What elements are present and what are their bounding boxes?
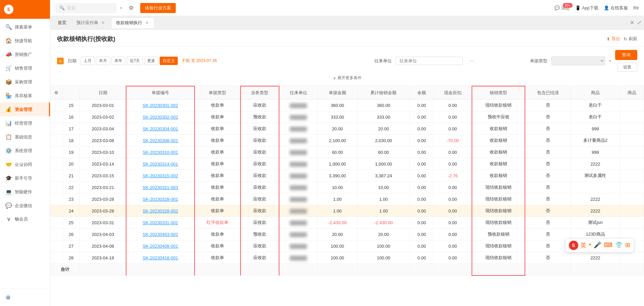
cell-doc-type: 收款单 (195, 240, 240, 252)
cell-doc-no[interactable]: SK-20230314-001 (126, 158, 195, 170)
footer-doc-type (195, 264, 240, 276)
tab-precheck-close[interactable]: ✕ (100, 20, 106, 25)
cell-product: 老白干 (571, 111, 620, 123)
sidebar-settings[interactable]: ⚙️ (0, 292, 50, 303)
sidebar-item-marketing[interactable]: 📣 营销推广 (0, 48, 50, 61)
cell-balance: 0.00 (410, 170, 434, 182)
sidebar-item-basic[interactable]: 📋 基础信息 (0, 130, 50, 144)
cell-date: 2023-03-28 (80, 205, 126, 217)
date-btn-7days[interactable]: 近7天 (127, 57, 143, 65)
date-btn-this-year[interactable]: 本年 (111, 57, 125, 65)
sidebar-item-system[interactable]: ⚙️ 系统管理 (0, 144, 50, 158)
cell-doc-no[interactable]: SK-20230328-002 (126, 205, 195, 217)
cell-doc-no[interactable]: SK-20230302-002 (126, 111, 195, 123)
cell-doc-no[interactable]: SK-20230308-001 (126, 135, 195, 146)
export-button[interactable]: ⬆ 导出 (606, 36, 620, 42)
cell-doc-no[interactable]: SK-20230301-002 (126, 100, 195, 111)
cell-doc-amount: 1.00 (318, 205, 358, 217)
inventory-icon: 🏪 (5, 93, 12, 99)
online-service-button[interactable]: 👤 在线客服 (604, 5, 628, 11)
th-cash-discount: 现金折扣 (434, 86, 472, 100)
cell-checkbox (50, 205, 62, 217)
cell-doc-no[interactable]: SK-20230418-001 (126, 252, 195, 264)
data-table: ⚙ 日期 单据编号 单据类型 业务类型 往来单位 单据金额 累计核销金额 余额 … (50, 86, 644, 276)
footer-label: 合计 (50, 264, 80, 276)
sidebar-item-operation[interactable]: 📊 经营管理 (0, 116, 50, 130)
expand-label: 展开更多条件 (337, 75, 362, 81)
cell-doc-type: 收款单 (195, 205, 240, 217)
cell-doc-no[interactable]: SK-20230315-002 (126, 170, 195, 182)
sidebar-item-guide[interactable]: 🎓 新手引导 (0, 171, 50, 185)
sidebar-item-finance[interactable]: 💰 资金管理 (0, 103, 50, 116)
doc-type-select[interactable] (551, 56, 605, 65)
query-button[interactable]: 查询 (615, 50, 637, 60)
user-profile[interactable]: Rit (633, 5, 639, 10)
cell-cash-discount: 0.00 (434, 100, 472, 111)
sidebar-item-vip[interactable]: V 畅会员 (0, 212, 50, 226)
sidebar-item-sales[interactable]: 🛒 销售管理 (0, 61, 50, 75)
watermark-icon-shirt[interactable]: 👕 (615, 241, 623, 249)
app-download-button[interactable]: 📱 App下载 (575, 5, 598, 11)
solution-button[interactable]: 体验行业方案 (140, 3, 176, 13)
tab-receipt-exec-close[interactable]: ✕ (144, 20, 150, 25)
tab-receipt-exec[interactable]: 收款核销执行 ✕ (111, 17, 155, 28)
watermark-icon-keyboard[interactable]: ⌨ (604, 241, 612, 249)
date-btn-custom[interactable]: 自定义 (160, 57, 178, 65)
cell-include-settled: 否 (525, 158, 571, 170)
cell-total-writeoff: 1,000.00 (357, 158, 410, 170)
filter-more-dots[interactable]: ··· (467, 57, 477, 64)
cell-date: 2023-03-28 (80, 193, 126, 205)
watermark-icon-english[interactable]: 英 (580, 241, 586, 249)
cell-doc-no[interactable]: SK-20230304-001 (126, 123, 195, 135)
cell-date: 2023-03-21 (80, 182, 126, 193)
sidebar-item-smart-hw[interactable]: 💻 智能硬件 (0, 185, 50, 199)
date-btn-last-month[interactable]: 上月 (80, 57, 95, 65)
cell-checkbox (50, 252, 62, 264)
cell-doc-no[interactable]: SK-20230403-002 (126, 229, 195, 240)
cell-checkbox (50, 111, 62, 123)
close-tab-icon[interactable]: ✕ (630, 19, 634, 26)
th-settings[interactable]: ⚙ (50, 86, 62, 100)
sidebar-item-wechat-biz[interactable]: 💬 企业微信 (0, 199, 50, 212)
sidebar-item-search-menu[interactable]: 🔍 搜索菜单 (0, 20, 50, 34)
refresh-button[interactable]: ↻ 刷新 (624, 36, 637, 42)
date-btn-more[interactable]: 更多 (144, 57, 158, 65)
cell-index: 27 (62, 240, 80, 252)
sidebar-item-purchase[interactable]: 📦 采购管理 (0, 75, 50, 89)
cell-doc-no[interactable]: SK-20230321-003 (126, 182, 195, 193)
cell-doc-amount: 60.00 (318, 146, 358, 158)
cell-doc-no[interactable]: SK-20230310-001 (126, 146, 195, 158)
filter-expand-btn[interactable]: » (57, 58, 64, 64)
dropdown-arrow-icon[interactable]: ▾ (120, 6, 122, 10)
cell-product: 老白干 (571, 100, 620, 111)
cell-include-settled: 否 (525, 252, 571, 264)
filter-settings-button[interactable]: 设置 (617, 63, 637, 72)
partner-search-input[interactable] (396, 57, 463, 65)
cell-product2 (620, 158, 644, 170)
cell-doc-no[interactable]: SK-20230328-001 (126, 193, 195, 205)
cell-doc-amount: 3,390.00 (318, 170, 358, 182)
cell-doc-no[interactable]: SK-20230331-002 (126, 217, 195, 229)
sidebar-item-quick-nav[interactable]: 🏠 快捷导航 (0, 34, 50, 48)
gear-icon[interactable]: ⚙ (126, 3, 136, 12)
tab-precheck[interactable]: 预计应付单 ✕ (72, 17, 110, 28)
cell-writeoff-type: 收款核销 (472, 135, 525, 146)
logo-sub: 标推版 (15, 160, 44, 165)
sidebar-item-label: 资金管理 (15, 107, 32, 113)
cell-index: 19 (62, 146, 80, 158)
sidebar-bottom: ⚙️ (0, 289, 50, 306)
table-wrapper[interactable]: ⚙ 日期 单据编号 单据类型 业务类型 往来单位 单据金额 累计核销金额 余额 … (50, 86, 644, 306)
tab-home[interactable]: 首页 (53, 17, 71, 28)
watermark-icon-grid[interactable]: ⊞ (625, 241, 630, 249)
sidebar-item-inventory[interactable]: 🏪 库存核算 (0, 89, 50, 103)
expand-more-conditions[interactable]: ∨ 展开更多条件 (57, 74, 637, 82)
sidebar-item-label: 经营管理 (15, 120, 32, 126)
message-button[interactable]: 💬 消息 99+ (554, 5, 570, 11)
watermark-icon-mic[interactable]: 🎤 (594, 241, 601, 249)
cell-date: 2023-03-08 (80, 135, 126, 146)
footer-partner (279, 264, 318, 276)
maximize-icon[interactable]: ⤢ (637, 19, 641, 26)
table-row: 212023-03-15SK-20230315-002收款单应收款██████3… (50, 170, 644, 182)
cell-doc-no[interactable]: SK-20230408-001 (126, 240, 195, 252)
date-btn-this-month[interactable]: 本月 (96, 57, 110, 65)
